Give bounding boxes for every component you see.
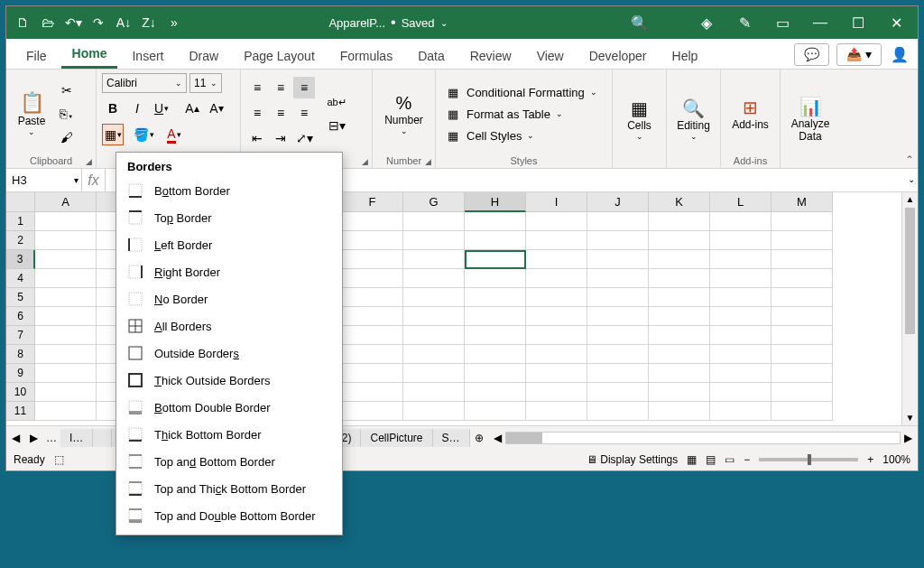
row-header[interactable]: 7 — [6, 326, 35, 345]
cell[interactable] — [403, 402, 465, 421]
tab-home[interactable]: Home — [61, 40, 118, 69]
cell[interactable] — [710, 288, 772, 307]
display-settings-button[interactable]: 🖥 Display Settings — [587, 453, 678, 466]
cell[interactable] — [649, 307, 710, 326]
border-option[interactable]: Left Border — [116, 231, 342, 258]
cell[interactable] — [35, 212, 97, 231]
cell[interactable] — [35, 402, 97, 421]
new-file-icon[interactable]: 🗋 — [12, 12, 33, 33]
save-status-chevron-icon[interactable]: ⌄ — [440, 18, 448, 28]
tab-formulas[interactable]: Formulas — [329, 42, 403, 69]
view-page-layout-icon[interactable]: ▤ — [706, 453, 716, 466]
tab-review[interactable]: Review — [459, 42, 522, 69]
format-painter-icon[interactable]: 🖌 — [57, 127, 77, 147]
hscroll-right-icon[interactable]: ▶ — [904, 432, 912, 444]
align-top-icon[interactable]: ≡ — [246, 77, 268, 98]
border-option[interactable]: Top and Double Bottom Border — [116, 502, 342, 529]
number-format-button[interactable]: % Number ⌄ — [383, 93, 425, 135]
cell[interactable] — [526, 326, 587, 345]
cell[interactable] — [465, 402, 526, 421]
cell[interactable] — [403, 307, 465, 326]
sheet-tab[interactable]: S… — [433, 429, 470, 447]
cell[interactable] — [35, 345, 97, 364]
cell[interactable] — [587, 364, 649, 383]
cell[interactable] — [526, 212, 587, 231]
orientation-icon[interactable]: ⤢▾ — [293, 127, 315, 149]
cell-styles-button[interactable]: ▦Cell Styles⌄ — [441, 126, 538, 145]
sheet-tab[interactable] — [93, 429, 112, 447]
font-size-select[interactable]: 11⌄ — [189, 73, 222, 93]
cell[interactable] — [587, 269, 649, 288]
decrease-indent-icon[interactable]: ⇤ — [246, 127, 268, 149]
sheet-nav-prev-icon[interactable]: ◀ — [6, 432, 24, 444]
cell[interactable] — [649, 383, 710, 402]
column-header[interactable]: L — [710, 192, 772, 212]
collapse-ribbon-icon[interactable]: ⌃ — [905, 154, 914, 166]
column-header[interactable]: A — [35, 192, 97, 212]
column-header[interactable]: K — [649, 192, 710, 212]
cell[interactable] — [403, 250, 465, 269]
cell[interactable] — [403, 231, 465, 250]
cell[interactable] — [526, 250, 587, 269]
macro-record-icon[interactable]: ⬚ — [54, 453, 64, 466]
cell[interactable] — [342, 212, 403, 231]
cells-button[interactable]: ▦Cells⌄ — [618, 98, 661, 141]
cell[interactable] — [342, 402, 403, 421]
column-header[interactable]: M — [772, 192, 833, 212]
view-normal-icon[interactable]: ▦ — [687, 453, 697, 466]
open-file-icon[interactable]: 🗁 — [37, 12, 59, 33]
cell[interactable] — [526, 288, 587, 307]
cell[interactable] — [35, 383, 97, 402]
editing-button[interactable]: 🔍Editing⌄ — [672, 98, 715, 141]
bold-button[interactable]: B — [102, 98, 124, 119]
row-header[interactable]: 1 — [6, 212, 35, 231]
row-header[interactable]: 2 — [6, 231, 35, 250]
cell[interactable] — [403, 269, 465, 288]
cell[interactable] — [772, 212, 833, 231]
cell[interactable] — [710, 231, 772, 250]
border-option[interactable]: Thick Bottom Border — [116, 421, 342, 448]
zoom-level[interactable]: 100% — [882, 453, 910, 466]
redo-icon[interactable]: ↷ — [88, 12, 109, 33]
decrease-font-icon[interactable]: A▾ — [206, 98, 227, 119]
minimize-button[interactable]: — — [802, 10, 838, 35]
border-option[interactable]: All Borders — [116, 312, 342, 340]
tab-page-layout[interactable]: Page Layout — [233, 42, 326, 69]
maximize-button[interactable]: ☐ — [840, 10, 876, 35]
close-button[interactable]: ✕ — [878, 10, 914, 35]
cell[interactable] — [772, 326, 833, 345]
align-bottom-icon[interactable]: ≡ — [293, 77, 315, 98]
increase-font-icon[interactable]: A▴ — [181, 98, 203, 119]
borders-button[interactable]: ▦▾ — [102, 124, 124, 145]
cell[interactable] — [35, 231, 97, 250]
cell[interactable] — [403, 345, 465, 364]
cell[interactable] — [649, 326, 710, 345]
align-middle-icon[interactable]: ≡ — [270, 77, 291, 98]
cell[interactable] — [465, 288, 526, 307]
cell[interactable] — [772, 307, 833, 326]
new-sheet-icon[interactable]: ⊕ — [470, 432, 488, 444]
cell[interactable] — [772, 345, 833, 364]
cell[interactable] — [342, 345, 403, 364]
sort-asc-icon[interactable]: A↓ — [113, 12, 134, 33]
border-option[interactable]: Thick Outside Borders — [116, 367, 342, 394]
search-icon[interactable]: 🔍 — [627, 10, 652, 35]
cell[interactable] — [465, 231, 526, 250]
tab-draw[interactable]: Draw — [178, 42, 229, 69]
cell[interactable] — [649, 402, 710, 421]
cell[interactable] — [587, 326, 649, 345]
cell[interactable] — [465, 383, 526, 402]
cell[interactable] — [465, 345, 526, 364]
tab-insert[interactable]: Insert — [121, 42, 174, 69]
cell[interactable] — [526, 269, 587, 288]
scroll-thumb[interactable] — [905, 208, 915, 334]
row-header[interactable]: 9 — [6, 364, 35, 383]
font-color-button[interactable]: A▾ — [163, 124, 185, 145]
border-option[interactable]: Bottom Double Border — [116, 394, 342, 421]
name-box[interactable]: H3▾ — [6, 169, 82, 191]
comments-button[interactable]: 💬 — [794, 43, 829, 66]
border-option[interactable]: Bottom Border — [116, 177, 342, 204]
cell[interactable] — [35, 288, 97, 307]
qat-more-icon[interactable]: » — [163, 12, 185, 33]
cell[interactable] — [710, 307, 772, 326]
